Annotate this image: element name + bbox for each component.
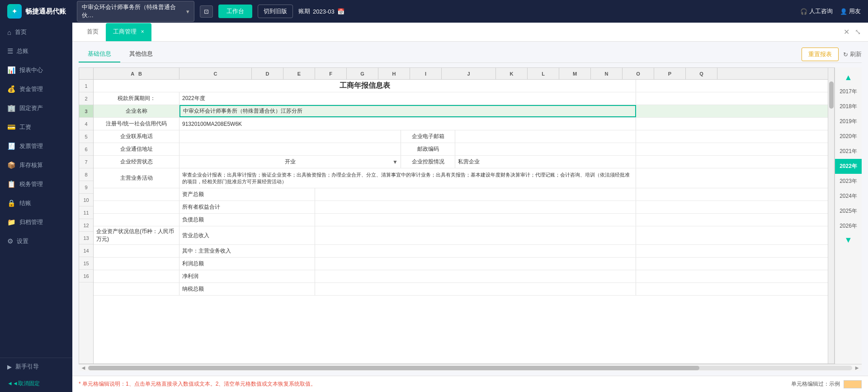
- h-scrollbar-thumb[interactable]: [88, 366, 699, 370]
- cell-15-rest[interactable]: [315, 270, 636, 282]
- cell-12-c[interactable]: 营业总收入: [179, 226, 315, 244]
- tab-close-icon[interactable]: ×: [141, 29, 144, 35]
- cell-2-ab[interactable]: 税款所属期间：: [94, 92, 179, 105]
- sidebar-item-stock[interactable]: 📦 库存核算: [0, 156, 72, 175]
- cell-12-ab[interactable]: 企业资产状况信息(币种：人民币万元): [94, 226, 179, 244]
- sidebar-item-tax[interactable]: 📋 税务管理: [0, 175, 72, 194]
- cell-13-ab[interactable]: [94, 245, 179, 257]
- sub-tab-basic[interactable]: 基础信息: [79, 46, 120, 62]
- cell-6-cdi[interactable]: [179, 143, 401, 155]
- horizontal-scrollbar-area[interactable]: ◄ ►: [79, 364, 862, 371]
- sidebar-item-close[interactable]: 🔒 结账: [0, 194, 72, 213]
- reset-report-button[interactable]: 重置报表: [802, 48, 839, 61]
- cell-3-ab[interactable]: 企业名称: [94, 105, 179, 117]
- cell-11-rest[interactable]: [315, 214, 636, 226]
- cell-6-kq[interactable]: [455, 143, 636, 155]
- cell-5-j[interactable]: 企业电子邮箱: [401, 130, 455, 143]
- archive-icon: 📁: [7, 218, 16, 226]
- cell-7-cdi[interactable]: 开业 ▼: [179, 156, 401, 168]
- year-down-button[interactable]: ▼: [843, 234, 854, 247]
- sidebar-item-salary[interactable]: 💳 工资: [0, 118, 72, 137]
- sidebar-item-finance[interactable]: 💰 资金管理: [0, 80, 72, 99]
- year-2024[interactable]: 2024年: [835, 189, 862, 204]
- sidebar-label-tax: 税务管理: [19, 180, 43, 188]
- cell-9-ab[interactable]: [94, 188, 179, 201]
- user-menu[interactable]: 👤 用友: [840, 7, 861, 15]
- cell-16-ab[interactable]: [94, 283, 179, 295]
- cell-4-c[interactable]: 91320100MA208E5W6K: [179, 118, 636, 130]
- sidebar-item-assets[interactable]: 🏢 固定资产: [0, 99, 72, 118]
- cell-7-kq[interactable]: 私营企业: [455, 156, 636, 168]
- workbench-button[interactable]: 工作台: [218, 5, 252, 18]
- calendar-icon[interactable]: 📅: [337, 8, 344, 15]
- sidebar-item-home[interactable]: ⌂ 首页: [0, 23, 72, 42]
- vertical-scrollbar[interactable]: [828, 68, 834, 363]
- year-up-button[interactable]: ▲: [843, 71, 854, 84]
- cell-8-c[interactable]: 审查企业会计报表；出具审计报告；验证企业资本；出具验资报告；办理企业合开、分立、…: [179, 168, 636, 188]
- year-2021[interactable]: 2021年: [835, 144, 862, 159]
- cell-11-ab[interactable]: [94, 214, 179, 226]
- company-settings-icon[interactable]: ⊡: [200, 5, 213, 18]
- cell-16-c[interactable]: 纳税总额: [179, 283, 315, 295]
- cell-6-ab[interactable]: 企业通信地址: [94, 143, 179, 155]
- unpin-sidebar[interactable]: ◄◄取消固定: [0, 375, 72, 392]
- cell-9-c[interactable]: 资产总额: [179, 188, 315, 201]
- year-2025[interactable]: 2025年: [835, 204, 862, 219]
- year-2020[interactable]: 2020年: [835, 129, 862, 144]
- cell-8-ab[interactable]: 主营业务活动: [94, 168, 179, 188]
- scroll-right-icon[interactable]: ►: [854, 364, 860, 371]
- cell-10-rest[interactable]: [315, 201, 636, 213]
- cell-3-c[interactable]: 中审众环会计师事务所（特殊普通合伙）江苏分所: [179, 105, 636, 117]
- sidebar-item-ledger[interactable]: ☰ 总账: [0, 42, 72, 61]
- sidebar-item-report[interactable]: 📊 报表中心: [0, 61, 72, 80]
- cell-11-c[interactable]: 负债总额: [179, 214, 315, 226]
- sidebar-item-archive[interactable]: 📁 归档管理: [0, 213, 72, 232]
- cell-10-ab[interactable]: [94, 201, 179, 213]
- cell-15-c[interactable]: 净利润: [179, 270, 315, 282]
- refresh-button[interactable]: ↻ 刷新: [843, 50, 862, 58]
- cell-2-c[interactable]: 2022年度: [179, 92, 636, 105]
- year-2026[interactable]: 2026年: [835, 219, 862, 234]
- cell-5-ab[interactable]: 企业联系电话: [94, 130, 179, 143]
- spreadsheet-main[interactable]: A B C D E F G H I J K L M N: [94, 68, 828, 363]
- sub-tab-other[interactable]: 其他信息: [120, 46, 162, 62]
- cell-title[interactable]: 工商年报信息表: [94, 80, 636, 92]
- sidebar-item-invoice[interactable]: 🧾 发票管理: [0, 137, 72, 156]
- cell-7-j[interactable]: 企业控股情况: [401, 156, 455, 168]
- cell-6-j[interactable]: 邮政编码: [401, 143, 455, 155]
- sidebar-label-archive: 归档管理: [19, 218, 43, 226]
- year-2022[interactable]: 2022年: [835, 159, 862, 174]
- cell-16-rest[interactable]: [315, 283, 636, 295]
- cell-7-ab[interactable]: 企业经营状态: [94, 156, 179, 168]
- cell-14-c[interactable]: 利润总额: [179, 258, 315, 270]
- company-selector[interactable]: 中审众环会计师事务所（特殊普通合伙… ▾: [77, 1, 194, 22]
- cell-14-rest[interactable]: [315, 258, 636, 270]
- cell-12-rest[interactable]: [315, 226, 636, 244]
- cell-14-ab[interactable]: [94, 258, 179, 270]
- row-num-14: 14: [79, 244, 93, 257]
- year-2019[interactable]: 2019年: [835, 114, 862, 129]
- sidebar-item-settings[interactable]: ⚙ 设置: [0, 232, 72, 251]
- cell-15-ab[interactable]: [94, 270, 179, 282]
- h-scrollbar-track[interactable]: [88, 366, 852, 370]
- cell-4-ab[interactable]: 注册号/统一社会信用代码: [94, 118, 179, 130]
- cell-13-rest[interactable]: [315, 245, 636, 257]
- scroll-left-icon[interactable]: ◄: [80, 364, 86, 371]
- year-2023[interactable]: 2023年: [835, 174, 862, 189]
- close-window-icon[interactable]: ✕: [844, 28, 849, 36]
- tab-ic-management[interactable]: 工商管理 ×: [106, 23, 151, 41]
- expand-icon[interactable]: ⤡: [855, 28, 861, 36]
- cell-5-cdi[interactable]: [179, 130, 401, 143]
- cell-9-rest[interactable]: [315, 188, 636, 201]
- consult-button[interactable]: 🎧 人工咨询: [800, 7, 833, 15]
- year-2018[interactable]: 2018年: [835, 99, 862, 114]
- old-version-button[interactable]: 切到旧版: [258, 5, 293, 18]
- new-user-guide[interactable]: ▶ 新手引导: [0, 358, 72, 375]
- v-scrollbar-thumb[interactable]: [829, 81, 834, 109]
- cell-13-c[interactable]: 其中：主营业务收入: [179, 245, 315, 257]
- tab-home[interactable]: 首页: [80, 23, 106, 41]
- cell-10-c[interactable]: 所有者权益合计: [179, 201, 315, 213]
- cell-5-kq[interactable]: [455, 130, 636, 143]
- year-2017[interactable]: 2017年: [835, 84, 862, 99]
- refresh-icon: ↻: [843, 51, 848, 58]
